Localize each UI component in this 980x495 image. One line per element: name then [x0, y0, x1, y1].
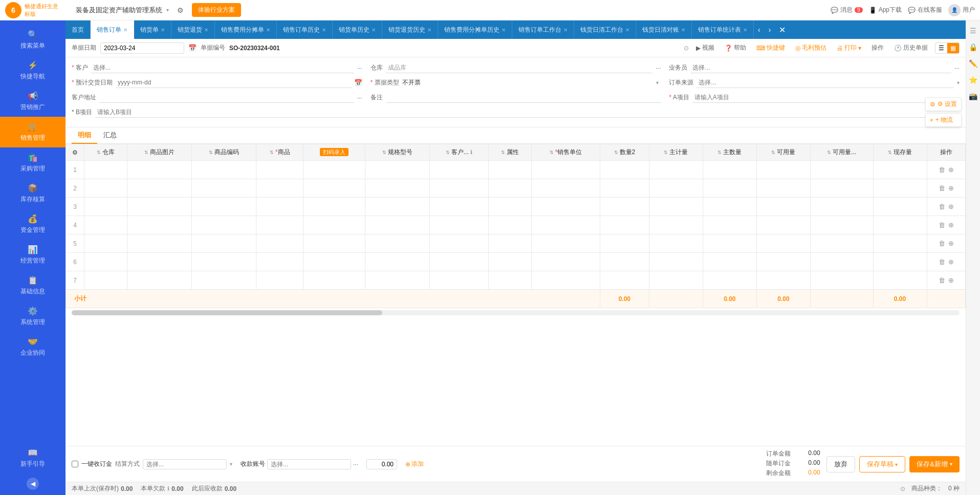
tab-sales-order-close[interactable]: ✕ [123, 27, 127, 33]
td-product-1[interactable] [256, 161, 303, 179]
profit-button[interactable]: ◎ 毛利预估 [792, 42, 830, 54]
system-dropdown-arrow[interactable]: ▾ [166, 7, 169, 13]
logistics-float-button[interactable]: + + 物流 [925, 113, 962, 127]
tab-sales-stats-close[interactable]: ✕ [743, 27, 747, 33]
row-delete-1[interactable]: 🗑 [939, 166, 945, 174]
receipt-more[interactable]: ··· [353, 461, 358, 468]
pay-amount-input[interactable] [366, 459, 397, 469]
tab-sales-stats[interactable]: 销售订单统计表 ✕ [692, 20, 754, 39]
td-attr-1[interactable] [488, 161, 531, 179]
tab-sales-return-close[interactable]: ✕ [204, 27, 208, 33]
row-delete-2[interactable]: 🗑 [939, 184, 945, 192]
th-qty2-sort[interactable]: ⇅ [614, 150, 618, 155]
td-code-2[interactable] [192, 179, 256, 198]
td-qty2-1[interactable] [600, 161, 649, 179]
right-icon-lock[interactable]: 🔒 [967, 41, 979, 53]
discard-button[interactable]: 放弃 [826, 456, 855, 472]
tab-close-all-button[interactable]: ✕ [775, 20, 790, 39]
scroll-thumb[interactable] [72, 310, 382, 315]
warehouse-input[interactable] [386, 62, 653, 73]
th-image-sort[interactable]: ⇅ [144, 150, 148, 155]
th-available2-sort[interactable]: ⇅ [827, 150, 831, 155]
sidebar-item-shortcut[interactable]: ⚡ 快捷导航 [0, 55, 66, 86]
scan-button[interactable]: 扫码录入 [320, 148, 349, 156]
td-product-2[interactable] [256, 179, 303, 198]
tab-sales-return-history-close[interactable]: ✕ [427, 27, 431, 33]
td-spec-2[interactable] [365, 179, 430, 198]
app-download-item[interactable]: 📱 App下载 [869, 6, 902, 14]
td-code-1[interactable] [192, 161, 256, 179]
detail-tab-detail[interactable]: 明细 [72, 127, 97, 144]
save-draft-button[interactable]: 保存草稿 ▾ [859, 456, 906, 472]
address-input[interactable] [99, 92, 354, 103]
operations-button[interactable]: 操作 [868, 42, 887, 54]
a-project-input[interactable] [692, 92, 960, 103]
history-button[interactable]: 🕐 历史单据 [891, 42, 931, 54]
td-unit-1[interactable] [531, 161, 600, 179]
tab-sales-invoice-close[interactable]: ✕ [161, 27, 165, 33]
grid-view-button[interactable]: ▦ [947, 43, 959, 53]
sidebar-item-guide[interactable]: 📖 新手引导 [0, 443, 66, 474]
sidebar-item-sales[interactable]: 🛒 销售管理 [0, 117, 66, 147]
th-spec-sort[interactable]: ⇅ [382, 150, 386, 155]
tab-sales-expense-history-close[interactable]: ✕ [502, 27, 506, 33]
calendar-icon[interactable]: 📅 [188, 44, 197, 52]
tab-daily-workbench[interactable]: 钱货日清工作台 ✕ [574, 20, 636, 39]
notes-input[interactable] [386, 92, 661, 103]
order-source-input[interactable] [696, 77, 954, 88]
industry-button[interactable]: 体验行业方案 [192, 3, 241, 17]
save-draft-dropdown-icon[interactable]: ▾ [895, 462, 898, 467]
td-customer-code-1[interactable] [430, 161, 488, 179]
message-item[interactable]: 💬 消息 9 [831, 6, 863, 14]
save-new-button[interactable]: 保存&新增 ▾ [909, 456, 960, 472]
right-icon-edit[interactable]: ✏️ [967, 57, 979, 70]
th-customer-code-sort[interactable]: ⇅ [446, 150, 450, 155]
th-product-sort[interactable]: ⇅ [270, 150, 274, 155]
sidebar-item-inventory[interactable]: 📦 库存核算 [0, 178, 66, 209]
tab-daily-reconcile[interactable]: 钱货日清对账 ✕ [636, 20, 692, 39]
b-project-input[interactable] [95, 107, 960, 118]
settings-float-button[interactable]: ⚙ ⚙ 设置 [925, 97, 962, 111]
sidebar-item-basic-info[interactable]: 📋 基础信息 [0, 270, 66, 301]
right-icon-list[interactable]: ☰ [968, 25, 978, 37]
sidebar-item-operations[interactable]: 📊 经营管理 [0, 240, 66, 270]
invoice-type-dropdown-icon[interactable]: ▾ [656, 80, 659, 85]
sidebar-item-enterprise[interactable]: 🤝 企业协同 [0, 332, 66, 362]
order-source-dropdown-icon[interactable]: ▾ [957, 80, 960, 85]
td-warehouse-1[interactable] [84, 161, 127, 179]
th-settings[interactable]: ⚙ [66, 144, 84, 161]
address-more[interactable]: ··· [357, 94, 362, 101]
settlement-method-input[interactable] [143, 459, 227, 469]
tab-sales-expense-close[interactable]: ✕ [266, 27, 270, 33]
td-attr-2[interactable] [488, 179, 531, 198]
delivery-calendar-icon[interactable]: 📅 [354, 79, 362, 87]
tab-daily-workbench-close[interactable]: ✕ [625, 27, 629, 33]
view-button[interactable]: ▶ 视频 [693, 42, 717, 54]
user-area[interactable]: 👤 用户 [948, 4, 975, 16]
print-button[interactable]: 🖨 打印 ▾ [834, 42, 864, 54]
row-copy-3[interactable]: ⊕ [948, 203, 954, 210]
online-service-item[interactable]: 💬 在线客服 [908, 6, 942, 14]
th-main-unit-sort[interactable]: ⇅ [664, 150, 668, 155]
tab-daily-reconcile-close[interactable]: ✕ [681, 27, 685, 33]
salesperson-more[interactable]: ··· [954, 64, 960, 72]
tab-sales-workbench[interactable]: 销售订单工作台 ✕ [512, 20, 574, 39]
right-icon-star[interactable]: ⭐ [967, 74, 979, 86]
settlement-dropdown-icon[interactable]: ▾ [230, 461, 232, 467]
row-delete-5[interactable]: 🗑 [939, 240, 945, 247]
th-main-qty-sort[interactable]: ⇅ [717, 150, 722, 155]
row-copy-2[interactable]: ⊕ [948, 184, 954, 192]
help-button[interactable]: ❓ 帮助 [722, 42, 749, 54]
salesperson-input[interactable] [690, 62, 951, 73]
td-main-qty-2[interactable] [703, 179, 756, 198]
row-copy-6[interactable]: ⊕ [948, 258, 954, 266]
tab-sales-return-history[interactable]: 销货退货历史 ✕ [382, 20, 438, 39]
row-copy-5[interactable]: ⊕ [948, 240, 954, 247]
sidebar-item-system[interactable]: ⚙️ 系统管理 [0, 301, 66, 332]
row-copy-4[interactable]: ⊕ [948, 221, 954, 229]
sidebar-item-search[interactable]: 🔍 搜索菜单 [0, 25, 66, 55]
sidebar-item-finance[interactable]: 💰 资金管理 [0, 209, 66, 240]
tab-sales-order[interactable]: 销售订单 ✕ [91, 20, 134, 39]
right-icon-camera[interactable]: 📸 [967, 90, 979, 102]
settings-icon[interactable]: ⚙ [177, 6, 184, 14]
